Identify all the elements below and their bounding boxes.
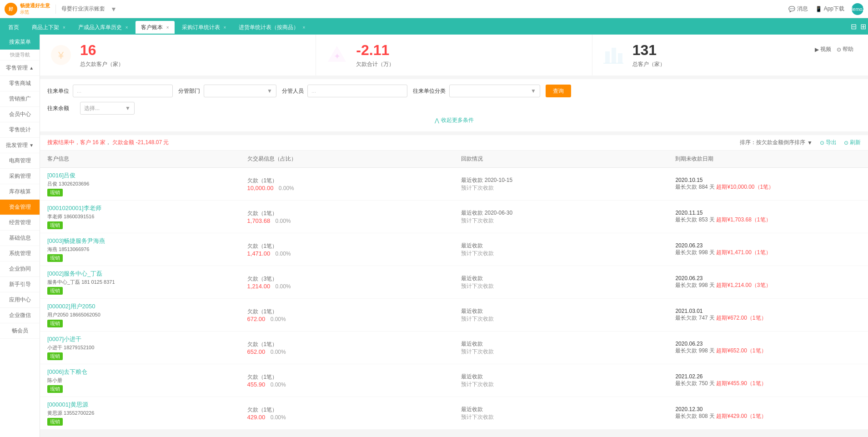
overdue-amount[interactable]: 超期¥672.00（1笔）: [716, 315, 766, 321]
tab-home[interactable]: 首页: [3, 21, 25, 34]
tab-minimize-icon[interactable]: ⊟: [851, 22, 857, 31]
app-download-btn[interactable]: 📱 App下载: [815, 5, 844, 13]
customer-name-link[interactable]: [0002]服务中心_丁磊: [47, 270, 102, 277]
debt-customers-label: 总欠款客户（家）: [80, 60, 306, 68]
customer-tag: 现销: [47, 287, 63, 295]
customer-name-link[interactable]: [000002]用户2050: [47, 303, 95, 310]
tab-close-icon[interactable]: ×: [224, 25, 226, 30]
overdue-days: 最长欠款 884 天: [675, 184, 716, 190]
overdue-amount[interactable]: 超期¥455.90（1笔）: [716, 380, 766, 387]
debt-amount: 429.00: [247, 414, 266, 421]
person-input[interactable]: ...: [307, 85, 407, 97]
tab-production-history[interactable]: 产成品入库单历史 ×: [73, 21, 134, 34]
sidebar-item-retail-mgmt[interactable]: 零售管理 ▲: [0, 60, 40, 76]
avatar[interactable]: demo2: [852, 3, 863, 15]
message-btn[interactable]: 💬 消息: [788, 5, 808, 13]
store-dropdown-icon[interactable]: ▼: [110, 5, 117, 13]
sidebar-search[interactable]: 搜索菜单: [0, 35, 40, 50]
tab-close-icon[interactable]: ×: [166, 25, 169, 30]
sidebar-item-ecommerce[interactable]: 电商管理: [0, 153, 40, 169]
balance-select[interactable]: 选择... ▼: [80, 102, 135, 115]
stat-card-debt-amount: ✦ -2.11 欠款合计（万）: [316, 35, 592, 75]
tab-purchase-stats[interactable]: 采购订单统计表 ×: [176, 21, 232, 34]
sidebar-item-system[interactable]: 系统管理: [0, 246, 40, 261]
tab-customer-ledger[interactable]: 客户账本 ×: [135, 21, 175, 34]
debt-pct: 0.00%: [271, 414, 286, 421]
debt-amount: 10,000.00: [247, 185, 274, 191]
sort-select[interactable]: 排序：按欠款金额倒序排序 ▼: [740, 139, 813, 146]
help-btn[interactable]: ⊙ 帮助: [837, 45, 853, 53]
sidebar-item-finance[interactable]: 资金管理: [0, 200, 40, 215]
overdue-amount[interactable]: 超期¥429.00（1笔）: [716, 413, 766, 419]
collapse-button[interactable]: ⋀ 收起更多条件: [47, 115, 861, 126]
tab-maximize-icon[interactable]: ⊞: [860, 22, 866, 31]
overdue-amount[interactable]: 超期¥1,471.00（1笔）: [716, 249, 771, 256]
dept-select[interactable]: ▼: [204, 85, 276, 97]
debt-amount: 455.90: [247, 381, 266, 388]
app-icon: 📱: [815, 6, 822, 12]
cell-return-6: 最近收款 预计下次收款: [454, 364, 668, 397]
top-bar-right: 💬 消息 📱 App下载 demo2: [788, 3, 863, 15]
overdue-amount[interactable]: 超期¥1,214.00（3笔）: [716, 282, 771, 288]
sidebar-item-enterprise-collab[interactable]: 企业协同: [0, 261, 40, 277]
tab-purchase-goods-stats[interactable]: 进货单统计表（按商品） ×: [233, 21, 311, 34]
customer-name-link[interactable]: [0001020001]李老师: [47, 205, 101, 211]
debt-pct: 0.00%: [279, 185, 294, 191]
export-btn[interactable]: ⊙ 导出: [820, 139, 837, 146]
customer-name-link[interactable]: [0016]吕俊: [47, 172, 75, 179]
person-label: 分管人员: [282, 87, 304, 95]
view-btn[interactable]: ▶ 视频: [815, 45, 831, 53]
sidebar-item-new-guide[interactable]: 新手引导: [0, 277, 40, 292]
customer-name-link[interactable]: [0003]畅捷服务尹海燕: [47, 237, 105, 244]
tab-close-icon[interactable]: ×: [63, 25, 65, 30]
query-button[interactable]: 查询: [546, 85, 571, 97]
customer-tag: 现销: [47, 189, 63, 196]
export-icon: ⊙: [820, 140, 824, 146]
tab-close-icon[interactable]: ×: [125, 25, 128, 30]
sidebar-item-wholesale-mgmt[interactable]: 批发管理 ▼: [0, 138, 40, 153]
cell-debt-4: 欠款（1笔） 672.00 0.00%: [240, 299, 454, 332]
refresh-btn[interactable]: ⊙ 刷新: [844, 139, 861, 146]
content-area: ¥ 16 总欠款客户（家） ✦ -2.11 欠款合计（万）: [40, 35, 868, 437]
sidebar-item-operations[interactable]: 经营管理: [0, 215, 40, 231]
balance-label: 往来余额: [47, 105, 75, 112]
cell-debt-3: 欠款（3笔） 1,214.00 0.00%: [240, 266, 454, 299]
overdue-amount[interactable]: 超期¥652.00（1笔）: [716, 347, 766, 354]
sidebar-item-inventory[interactable]: 库存核算: [0, 184, 40, 200]
tab-product-shelves[interactable]: 商品上下架 ×: [26, 21, 71, 34]
main-layout: 搜索菜单 快捷导航 零售管理 ▲ 零售商城 营销推广 会员中心 零售统计 批发管…: [0, 35, 868, 437]
filter-category: 往来单位分类 ▼: [413, 85, 540, 97]
result-actions: 排序：按欠款金额倒序排序 ▼ ⊙ 导出 ⊙ 刷新: [740, 139, 861, 146]
table-row: [0006]去下粮仓 陈小册 现销 欠款（1笔） 455.90 0.00% 最近…: [40, 364, 868, 397]
debt-pct: 0.00%: [276, 218, 291, 224]
sidebar-item-app-center[interactable]: 应用中心: [0, 292, 40, 308]
sidebar-item-member[interactable]: 会员中心: [0, 107, 40, 122]
filter-row-2: 往来余额 选择... ▼: [47, 102, 861, 115]
sidebar-item-retail-stats[interactable]: 零售统计: [0, 122, 40, 138]
category-select[interactable]: ▼: [449, 85, 540, 97]
overdue-amount[interactable]: 超期¥1,703.68（1笔）: [716, 216, 771, 223]
sidebar-item-purchase[interactable]: 采购管理: [0, 169, 40, 184]
sidebar-item-basic-info[interactable]: 基础信息: [0, 231, 40, 246]
stat-card-total-customers: 131 总客户（家） ▶ 视频 ⊙ 帮助: [592, 35, 868, 75]
debt-pct: 0.00%: [271, 316, 286, 322]
customer-name-link[interactable]: [0006]去下粮仓: [47, 368, 87, 375]
sidebar-item-retail-mall[interactable]: 零售商城: [0, 76, 40, 91]
top-bar: 好 畅捷通好生意 示范 母婴行业演示账套 ▼ 💬 消息 📱 App下载 demo…: [0, 0, 868, 18]
logo-text: 畅捷通好生意 示范: [20, 2, 50, 15]
debt-amount-label: 欠款合计（万）: [356, 60, 582, 68]
sidebar-item-chang-member[interactable]: 畅会员: [0, 323, 40, 339]
customer-tag: 现销: [47, 320, 63, 327]
sidebar-item-marketing[interactable]: 营销推广: [0, 91, 40, 107]
sidebar-item-enterprise-wechat[interactable]: 企业微信: [0, 308, 40, 323]
customer-tag: 现销: [47, 418, 63, 426]
cell-debt-7: 欠款（1笔） 429.00 0.00%: [240, 397, 454, 430]
supplier-input[interactable]: ...: [73, 85, 173, 97]
filter-supplier: 往来单位 ...: [47, 85, 173, 97]
overdue-amount[interactable]: 超期¥10,000.00（1笔）: [716, 184, 774, 190]
customer-name-link[interactable]: [000001]黄思源: [47, 401, 88, 408]
table-row: [000002]用户2050 用户2050 18665062050 现销 欠款（…: [40, 299, 868, 332]
tab-close-icon[interactable]: ×: [302, 25, 305, 30]
debt-amount: 1,214.00: [247, 283, 271, 290]
customer-name-link[interactable]: [0007]小进干: [47, 336, 81, 342]
